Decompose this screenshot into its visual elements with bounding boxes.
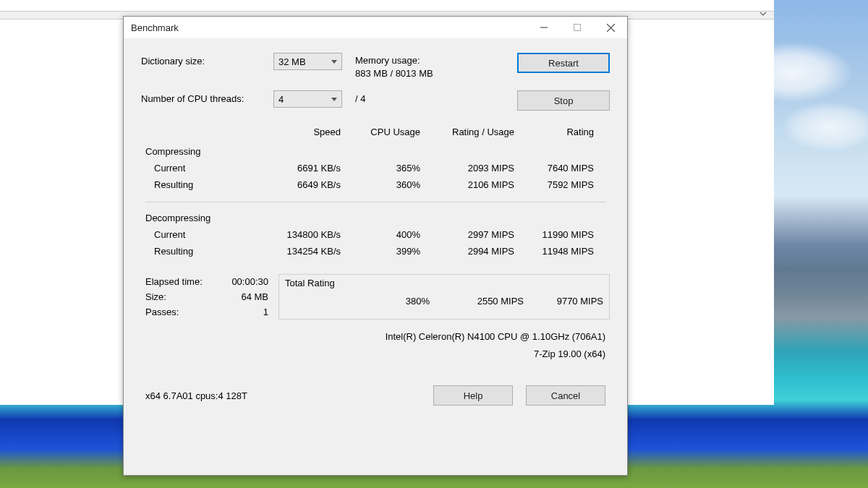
cell-rating-usage: 2994 MIPS <box>420 246 514 257</box>
cell-rating: 11990 MIPS <box>514 229 594 240</box>
memory-usage-value: 883 MB / 8013 MB <box>355 67 504 80</box>
cell-rating-usage: 2106 MIPS <box>420 179 514 190</box>
elapsed-time-value: 00:00:30 <box>225 276 268 287</box>
row-label: Current <box>145 229 239 240</box>
cell-rating: 7592 MIPS <box>514 179 594 190</box>
passes-label: Passes: <box>145 307 225 317</box>
cell-rating: 11948 MIPS <box>514 246 594 257</box>
column-cpu-usage: CPU Usage <box>341 127 420 137</box>
row-label: Current <box>145 163 239 174</box>
help-button[interactable]: Help <box>433 385 513 406</box>
total-rating-box: Total Rating 380% 2550 MIPS 9770 MIPS <box>278 274 610 320</box>
cpu-threads-label: Number of CPU threads: <box>141 90 260 104</box>
cell-cpu: 365% <box>341 163 420 174</box>
decompressing-label: Decompressing <box>145 213 605 223</box>
dictionary-size-value: 32 MB <box>278 56 306 67</box>
cancel-button[interactable]: Cancel <box>526 385 605 406</box>
titlebar[interactable]: Benchmark <box>124 17 627 38</box>
column-rating: Rating <box>514 127 594 137</box>
dictionary-size-select[interactable]: 32 MB <box>273 53 342 70</box>
cell-rating: 7640 MIPS <box>514 163 594 174</box>
table-row: Current 134800 KB/s 400% 2997 MIPS 11990… <box>145 226 605 243</box>
row-label: Resulting <box>145 179 239 190</box>
cell-cpu: 360% <box>341 179 420 190</box>
cell-rating-usage: 2997 MIPS <box>420 229 514 240</box>
passes-value: 1 <box>225 307 268 317</box>
table-row: Resulting 6649 KB/s 360% 2106 MIPS 7592 … <box>145 176 605 193</box>
titlebar-text: Benchmark <box>131 22 179 33</box>
cpu-threads-value: 4 <box>278 94 284 105</box>
compressing-label: Compressing <box>145 146 605 157</box>
chevron-down-icon <box>331 98 337 101</box>
elapsed-time-label: Elapsed time: <box>145 276 225 287</box>
cpu-threads-select[interactable]: 4 <box>273 90 342 108</box>
cpu-threads-max: / 4 <box>355 90 365 104</box>
table-row: Current 6691 KB/s 365% 2093 MIPS 7640 MI… <box>145 160 605 176</box>
close-button[interactable] <box>594 17 627 38</box>
chevron-down-icon <box>331 60 337 64</box>
memory-usage-label: Memory usage: <box>355 54 504 67</box>
column-rating-usage: Rating / Usage <box>420 127 514 137</box>
cell-speed: 134800 KB/s <box>239 229 341 240</box>
column-speed: Speed <box>239 127 341 137</box>
cell-cpu: 399% <box>341 246 420 257</box>
total-rating: 9770 MIPS <box>524 296 603 307</box>
stop-button[interactable]: Stop <box>517 90 610 111</box>
total-rating-usage: 2550 MIPS <box>430 296 524 307</box>
size-label: Size: <box>145 291 225 302</box>
size-value: 64 MB <box>225 291 268 302</box>
desktop-wallpaper-clouds <box>615 0 868 181</box>
total-rating-title: Total Rating <box>285 278 603 288</box>
cell-cpu: 400% <box>341 229 420 240</box>
cell-rating-usage: 2093 MIPS <box>420 163 514 174</box>
app-version-text: 7-Zip 19.00 (x64) <box>141 346 605 362</box>
dictionary-size-label: Dictionary size: <box>141 53 260 67</box>
total-cpu: 380% <box>350 296 430 307</box>
cpu-info-text: Intel(R) Celeron(R) N4100 CPU @ 1.10GHz … <box>141 328 605 345</box>
cell-speed: 6649 KB/s <box>239 179 341 190</box>
svg-rect-1 <box>574 25 581 31</box>
cell-speed: 6691 KB/s <box>239 163 341 174</box>
minimize-button[interactable] <box>527 17 561 38</box>
build-version-text: x64 6.7A01 cpus:4 128T <box>145 390 433 401</box>
benchmark-dialog: Benchmark Dictionary size: 32 MB Memory … <box>123 16 628 476</box>
maximize-button[interactable] <box>561 17 594 38</box>
results-table: Speed CPU Usage Rating / Usage Rating Co… <box>145 124 605 260</box>
restart-button[interactable]: Restart <box>517 53 610 73</box>
row-label: Resulting <box>145 246 239 257</box>
table-row: Resulting 134254 KB/s 399% 2994 MIPS 119… <box>145 243 605 260</box>
cell-speed: 134254 KB/s <box>239 246 341 257</box>
